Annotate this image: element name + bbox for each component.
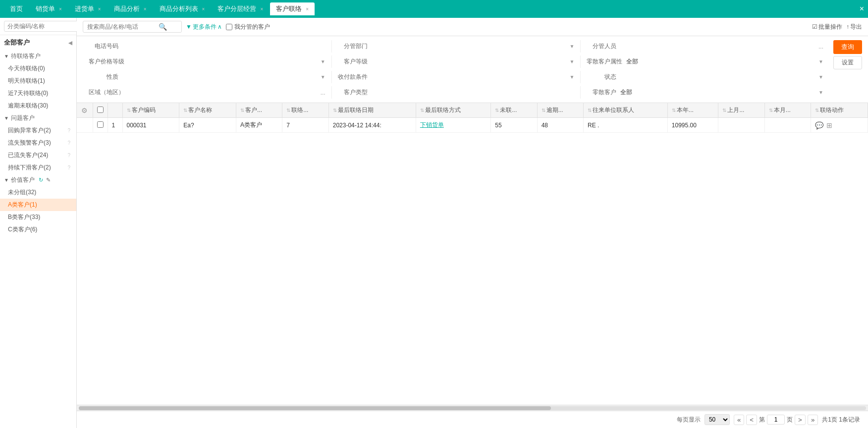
sidebar-group-title-pending[interactable]: ▼待联络客户 — [0, 50, 76, 62]
filter-arrow-1-0[interactable]: ▼ — [321, 59, 326, 64]
refresh-icon[interactable]: ↻ — [39, 177, 43, 183]
nav-item-sales[interactable]: 销货单× — [30, 2, 68, 15]
filter-input-0-1[interactable] — [372, 43, 570, 50]
page-number-input[interactable] — [767, 415, 785, 425]
sidebar-item-pending-0[interactable]: 今天待联络(0) — [0, 62, 76, 75]
select-all-checkbox[interactable] — [97, 107, 104, 113]
my-customers-checkbox-input[interactable] — [226, 24, 232, 30]
filter-input-0-2[interactable] — [620, 43, 818, 50]
row-last_contact_method-0[interactable]: 下销货单 — [416, 118, 490, 133]
edit-value-icon[interactable]: ✎ — [46, 177, 51, 183]
page-size-select[interactable]: 2050100200 — [705, 414, 730, 425]
nav-item-customer-tier[interactable]: 客户分层经营× — [212, 2, 269, 15]
all-customers-header[interactable]: 全部客户 ◀ — [0, 35, 76, 50]
th-label-customer_code: 客户编码 — [132, 106, 156, 114]
main-search-input[interactable] — [87, 23, 157, 30]
sort-icon-overdue[interactable]: ⇅ — [542, 107, 545, 113]
sidebar-item-value-label-2: B类客户(33) — [8, 213, 40, 221]
filter-arrow-0-1[interactable]: ▼ — [569, 44, 574, 49]
query-button[interactable]: 查询 — [833, 40, 862, 54]
nav-item-product-analysis[interactable]: 商品分析× — [108, 2, 153, 15]
th-unit_contact: ⇅往来单位联系人 — [584, 103, 668, 118]
close-all-icon[interactable]: × — [860, 4, 864, 13]
nav-item-home[interactable]: 首页 — [4, 2, 29, 15]
row-checkbox-input-0[interactable] — [97, 121, 104, 128]
sort-icon-unit_contact[interactable]: ⇅ — [588, 107, 592, 113]
nav-item-purchase[interactable]: 进货单× — [69, 2, 107, 15]
filter-arrow-2-2[interactable]: ▼ — [818, 74, 823, 80]
filter-arrow-2-1[interactable]: ▼ — [569, 74, 574, 80]
sort-icon-action[interactable]: ⇅ — [815, 107, 819, 113]
prev-page-btn[interactable]: < — [746, 415, 757, 425]
settings-button[interactable]: 设置 — [833, 56, 862, 69]
more-filters-btn[interactable]: ▼ 更多条件 ∧ — [186, 23, 222, 31]
sidebar-item-value-0[interactable]: 未分组(32) — [0, 186, 76, 199]
sidebar-item-value-1[interactable]: A类客户(1) — [0, 199, 76, 211]
sidebar-item-problem-1[interactable]: 流失预警客户(3)? — [0, 137, 76, 149]
filter-input-3-1[interactable] — [372, 89, 575, 96]
filter-input-1-2[interactable] — [626, 58, 818, 65]
filter-input-2-1[interactable] — [372, 74, 570, 81]
sidebar-item-label-problem-2: 已流失客户(24) — [8, 151, 48, 160]
sidebar-group-title-problem[interactable]: ▼问题客户 — [0, 112, 76, 124]
last-page-btn[interactable]: » — [808, 415, 818, 425]
close-product-analysis-icon[interactable]: × — [144, 6, 147, 12]
grid-icon[interactable]: ⊞ — [826, 121, 832, 129]
sort-icon-no_contact[interactable]: ⇅ — [495, 107, 499, 113]
next-page-btn[interactable]: > — [795, 415, 806, 425]
sort-icon-last_contact_date[interactable]: ⇅ — [333, 107, 337, 113]
table-gear-icon[interactable]: ⚙ — [81, 107, 88, 114]
horizontal-scrollbar[interactable] — [77, 405, 868, 411]
nav-item-product-list[interactable]: 商品分析列表× — [154, 2, 211, 15]
sidebar-item-problem-2[interactable]: 已流失客户(24)? — [0, 149, 76, 161]
sort-icon-this_year[interactable]: ⇅ — [672, 107, 676, 113]
close-sales-icon[interactable]: × — [59, 6, 62, 12]
sort-icon-this_month[interactable]: ⇅ — [769, 107, 773, 113]
th-label-no_contact: 未联... — [500, 106, 517, 114]
sidebar-group-title-value[interactable]: ▼价值客户↻✎ — [0, 174, 76, 186]
first-page-btn[interactable]: « — [734, 415, 744, 425]
sort-icon-customer_name[interactable]: ⇅ — [183, 107, 187, 113]
sort-icon-customer_type[interactable]: ⇅ — [240, 107, 244, 113]
sidebar-item-value-3[interactable]: C类客户(6) — [0, 223, 76, 236]
filter-input-2-0[interactable] — [122, 74, 321, 81]
filter-input-3-0[interactable] — [128, 89, 321, 96]
my-customers-checkbox[interactable]: 我分管的客户 — [226, 23, 270, 31]
sidebar-item-pending-1[interactable]: 明天待联络(1) — [0, 75, 76, 87]
sidebar-item-pending-2[interactable]: 近7天待联络(0) — [0, 87, 76, 100]
filter-arrow-1-1[interactable]: ▼ — [569, 59, 574, 64]
filter-input-1-0[interactable] — [128, 58, 321, 65]
export-btn[interactable]: ↑ 导出 — [846, 23, 862, 31]
sidebar-item-value-2[interactable]: B类客户(33) — [0, 211, 76, 223]
filter-dots-0-2[interactable]: ... — [818, 43, 823, 50]
main-search-icon[interactable]: 🔍 — [159, 23, 167, 31]
sidebar-item-problem-0[interactable]: 回购异常客户(2)? — [0, 124, 76, 137]
sort-icon-contact[interactable]: ⇅ — [286, 107, 290, 113]
sidebar-item-problem-3[interactable]: 持续下滑客户(2)? — [0, 161, 76, 174]
nav-item-customer-contact[interactable]: 客户联络× — [270, 2, 315, 15]
sort-icon-last_month[interactable]: ⇅ — [722, 107, 726, 113]
filter-arrow-1-2[interactable]: ▼ — [818, 59, 823, 64]
category-search-input[interactable] — [4, 21, 85, 32]
close-customer-contact-icon[interactable]: × — [306, 6, 309, 12]
batch-op-label: 批量操作 — [818, 23, 842, 31]
filter-arrow-2-0[interactable]: ▼ — [321, 74, 326, 80]
filter-input-0-0[interactable] — [122, 43, 326, 50]
total-pages-label: 页 — [787, 416, 793, 424]
filter-input-3-2[interactable] — [620, 89, 818, 96]
sidebar-item-value-label-0: 未分组(32) — [8, 188, 36, 197]
th-checkbox — [93, 103, 108, 118]
close-purchase-icon[interactable]: × — [98, 6, 101, 12]
filter-arrow-3-2[interactable]: ▼ — [818, 90, 823, 95]
close-customer-tier-icon[interactable]: × — [260, 6, 263, 12]
filter-input-1-1[interactable] — [372, 58, 570, 65]
sort-icon-last_contact_method[interactable]: ⇅ — [420, 107, 424, 113]
sidebar-item-label-pending-3: 逾期未联络(30) — [8, 102, 48, 110]
batch-op-btn[interactable]: ☑ 批量操作 — [812, 23, 842, 31]
sidebar-item-pending-3[interactable]: 逾期未联络(30) — [0, 100, 76, 112]
sort-icon-customer_code[interactable]: ⇅ — [127, 107, 131, 113]
chat-icon[interactable]: 💬 — [815, 121, 823, 129]
filter-dots-3-0[interactable]: ... — [321, 89, 326, 96]
close-product-list-icon[interactable]: × — [202, 6, 205, 12]
filter-input-2-2[interactable] — [620, 74, 818, 81]
